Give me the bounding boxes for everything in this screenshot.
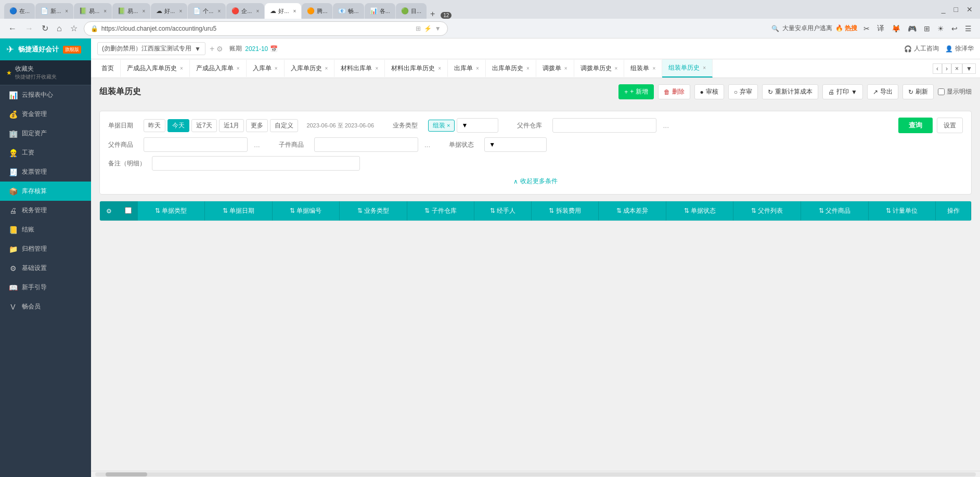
- tab-close-icon[interactable]: ×: [142, 8, 145, 14]
- window-maximize-btn[interactable]: □: [951, 4, 961, 15]
- sidebar-logo[interactable]: ✈ 畅捷通好会计 旗舰版: [0, 38, 91, 60]
- browser-tab-tab4[interactable]: 📗易...×: [112, 3, 150, 19]
- top-nav-tab-11[interactable]: 组装单×: [624, 60, 662, 77]
- th-handler[interactable]: ⇅ 经手人: [474, 201, 532, 221]
- nav-close-btn[interactable]: ×: [951, 63, 962, 74]
- window-minimize-btn[interactable]: _: [938, 4, 949, 15]
- th-parent-goods[interactable]: ⇅ 父件商品: [801, 201, 868, 221]
- top-nav-tab-1[interactable]: 产成品入库单历史×: [121, 60, 190, 77]
- emoji-icon[interactable]: 🦊: [889, 23, 902, 34]
- top-nav-tab-9[interactable]: 调拨单×: [536, 60, 574, 77]
- delete-button[interactable]: 🗑 删除: [658, 84, 690, 99]
- top-nav-tab-close-7[interactable]: ×: [476, 66, 479, 71]
- scrollbar-track[interactable]: [95, 472, 976, 476]
- sidebar-item-库存核算[interactable]: 📦 库存核算: [0, 182, 91, 201]
- th-settings[interactable]: ⚙: [100, 201, 119, 221]
- top-nav-tab-0[interactable]: 首页: [95, 60, 121, 77]
- date-filter-btn-2[interactable]: 近7天: [191, 119, 217, 132]
- th-number[interactable]: ⇅ 单据编号: [272, 201, 340, 221]
- top-nav-tab-close-5[interactable]: ×: [375, 66, 378, 71]
- query-button[interactable]: 查询: [898, 118, 933, 133]
- th-business-type[interactable]: ⇅ 业务类型: [340, 201, 407, 221]
- browser-tab-tab10[interactable]: 📧畅...: [333, 3, 364, 19]
- remarks-input[interactable]: [152, 156, 360, 171]
- business-type-tag-close[interactable]: ×: [447, 122, 450, 128]
- undo-icon[interactable]: ↩: [949, 23, 960, 34]
- sidebar-item-发票管理[interactable]: 🧾 发票管理: [0, 162, 91, 182]
- top-nav-tab-close-2[interactable]: ×: [237, 66, 240, 71]
- date-filter-btn-4[interactable]: 更多: [246, 119, 268, 132]
- sidebar-item-工资[interactable]: 👷 工资: [0, 143, 91, 162]
- select-all-checkbox[interactable]: [125, 207, 132, 214]
- nav-scroll-left-btn[interactable]: ‹: [933, 63, 942, 74]
- sidebar-favorite[interactable]: ★ 收藏夹 快捷键打开收藏夹: [0, 60, 91, 85]
- sidebar-item-固定资产[interactable]: 🏢 固定资产: [0, 124, 91, 143]
- grid-icon[interactable]: ⊞: [922, 23, 932, 34]
- date-filter-btn-1[interactable]: 今天: [167, 119, 189, 132]
- browser-tab-tab8[interactable]: ☁好...×: [265, 3, 301, 19]
- th-type[interactable]: ⇅ 单据类型: [137, 201, 205, 221]
- new-tab-button[interactable]: +: [427, 9, 438, 19]
- top-nav-tab-10[interactable]: 调拨单历史×: [574, 60, 625, 77]
- user-area[interactable]: 👤 徐泽华: [945, 44, 974, 53]
- calendar-icon[interactable]: 📅: [270, 45, 278, 53]
- review-button[interactable]: ● 审核: [694, 84, 724, 99]
- export-button[interactable]: ↗ 导出: [867, 84, 898, 99]
- game-icon[interactable]: 🎮: [906, 23, 919, 34]
- filter-collapse[interactable]: ∧ 收起更多条件: [108, 175, 963, 188]
- date-filter-btn-3[interactable]: 近1月: [219, 119, 244, 132]
- top-nav-tab-7[interactable]: 出库单×: [448, 60, 486, 77]
- back-button[interactable]: ←: [6, 23, 19, 34]
- add-button[interactable]: + + 新增: [618, 84, 653, 99]
- add-company-button[interactable]: +: [210, 44, 214, 54]
- tab-close-icon[interactable]: ×: [65, 8, 68, 14]
- horizontal-scrollbar[interactable]: [91, 471, 980, 477]
- top-nav-tab-2[interactable]: 产成品入库单×: [190, 60, 247, 77]
- business-type-dropdown[interactable]: ▼: [457, 118, 498, 133]
- refresh-button[interactable]: ↻ 刷新: [902, 84, 934, 99]
- th-date[interactable]: ⇅ 单据日期: [205, 201, 273, 221]
- company-settings-button[interactable]: ⚙: [216, 45, 223, 53]
- company-selector[interactable]: (勿删勿禁用）江西服宝测试专用 ▼: [97, 42, 205, 55]
- nav-scroll-right-btn[interactable]: ›: [942, 63, 951, 74]
- settings-button[interactable]: 设置: [937, 118, 963, 133]
- browser-tab-tab9[interactable]: 🟠腾...: [302, 3, 332, 19]
- child-goods-input[interactable]: [314, 137, 418, 152]
- window-close-btn[interactable]: ✕: [963, 4, 976, 15]
- top-nav-tab-6[interactable]: 材料出库单历史×: [385, 60, 448, 77]
- th-cost-diff[interactable]: ⇅ 成本差异: [599, 201, 666, 221]
- browser-tab-tab7[interactable]: 🔴企...×: [226, 3, 264, 19]
- scrollbar-thumb[interactable]: [106, 472, 147, 476]
- sidebar-item-归档管理[interactable]: 📁 归档管理: [0, 239, 91, 259]
- browser-tab-tab3[interactable]: 📗易...×: [74, 3, 112, 19]
- date-filter-btn-0[interactable]: 昨天: [144, 119, 165, 132]
- hot-search-label[interactable]: 🔥 热搜: [835, 24, 857, 33]
- browser-tab-tab12[interactable]: 🟢目...: [396, 3, 427, 19]
- abandon-button[interactable]: ○ 弃审: [728, 84, 758, 99]
- menu-icon[interactable]: ☰: [963, 23, 974, 34]
- star-button[interactable]: ☆: [68, 22, 80, 34]
- sidebar-item-资金管理[interactable]: 💰 资金管理: [0, 105, 91, 124]
- show-detail-label[interactable]: 显示明细: [938, 87, 972, 96]
- tab-close-icon[interactable]: ×: [293, 8, 296, 14]
- top-nav-tab-close-10[interactable]: ×: [615, 66, 618, 71]
- top-nav-tab-close-1[interactable]: ×: [180, 66, 183, 71]
- cut-icon[interactable]: ✂: [861, 23, 872, 34]
- print-button[interactable]: 🖨 打印 ▼: [822, 84, 863, 99]
- sidebar-item-新手引导[interactable]: 📖 新手引导: [0, 278, 91, 297]
- th-status[interactable]: ⇅ 单据状态: [666, 201, 733, 221]
- top-nav-tab-3[interactable]: 入库单×: [247, 60, 285, 77]
- top-nav-tab-close-4[interactable]: ×: [325, 66, 328, 71]
- translate-icon[interactable]: 译: [875, 23, 886, 34]
- sun-icon[interactable]: ☀: [935, 23, 946, 34]
- browser-tab-tab2[interactable]: 📄新...×: [35, 3, 73, 19]
- th-disassemble-fee[interactable]: ⇅ 拆装费用: [531, 201, 599, 221]
- show-detail-checkbox[interactable]: [938, 88, 945, 95]
- tab-close-icon[interactable]: ×: [256, 8, 259, 14]
- top-nav-tab-close-8[interactable]: ×: [526, 66, 530, 71]
- top-nav-tab-close-12[interactable]: ×: [703, 65, 706, 71]
- parent-goods-more[interactable]: ...: [254, 140, 260, 149]
- browser-tab-tab11[interactable]: 📊各...: [365, 3, 395, 19]
- top-nav-tab-close-3[interactable]: ×: [275, 66, 278, 71]
- sidebar-item-云报表中心[interactable]: 📊 云报表中心: [0, 85, 91, 105]
